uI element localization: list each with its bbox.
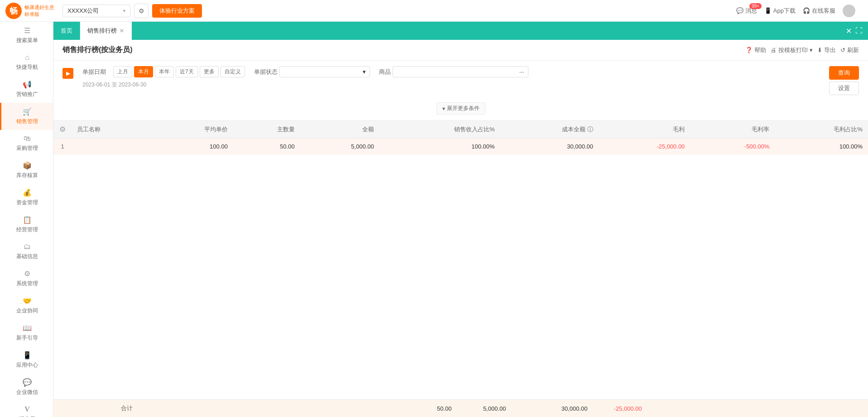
date-more-btn[interactable]: 更多 bbox=[200, 66, 219, 77]
query-button[interactable]: 查询 bbox=[829, 66, 859, 80]
print-chevron-icon: ▾ bbox=[810, 47, 813, 53]
sales-icon: 🛒 bbox=[23, 107, 32, 116]
guide-icon: 📖 bbox=[23, 324, 32, 332]
page-actions: ❓ 帮助 🖨 按模板打印 ▾ ⬇ 导出 ↺ 刷新 bbox=[745, 46, 859, 54]
sidebar-item-enterprise[interactable]: 🤝 企业协同 bbox=[0, 292, 53, 319]
footer-cost: 30,000.00 bbox=[542, 405, 588, 412]
home-icon: ⌂ bbox=[25, 53, 29, 62]
footer-gross: -25,000.00 bbox=[597, 405, 642, 412]
avatar[interactable] bbox=[843, 5, 855, 17]
goods-more-icon: ··· bbox=[519, 68, 524, 75]
logo-text: 畅康通好生意 标准版 bbox=[24, 4, 54, 17]
sidebar-item-wechat[interactable]: 💬 企业微信 bbox=[0, 374, 53, 401]
basic-info-icon: 🗂 bbox=[24, 243, 31, 251]
setting-button[interactable]: 设置 bbox=[829, 81, 859, 95]
top-bar: 畅 畅康通好生意 标准版 XXXXX公司 ▾ ⚙ 体验行业方案 💬 消息 99+… bbox=[0, 0, 868, 22]
sidebar-item-purchase[interactable]: 🛍 采购管理 bbox=[0, 130, 53, 157]
col-qty: 主数量 bbox=[233, 120, 300, 139]
col-name: 员工名称 bbox=[72, 120, 152, 139]
date-prev-month-btn[interactable]: 上月 bbox=[113, 66, 132, 77]
system-icon: ⚙ bbox=[24, 269, 30, 278]
tab-close-window-btn[interactable]: ✕ bbox=[846, 27, 852, 35]
table-header-row: ⚙ 员工名称 平均单价 主数量 全额 销售收入占比% 成本全额 ⓘ 毛利 毛利率… bbox=[53, 120, 868, 139]
message-icon: 💬 bbox=[736, 7, 743, 14]
date-custom-btn[interactable]: 自定义 bbox=[221, 66, 245, 77]
col-sales-pct: 销售收入占比% bbox=[379, 120, 500, 139]
date-filter-row: 单据日期 上月 本月 本年 近7天 更多 自定义 bbox=[82, 66, 245, 77]
date-buttons: 上月 本月 本年 近7天 更多 自定义 bbox=[113, 66, 245, 77]
date-curr-year-btn[interactable]: 本年 bbox=[155, 66, 174, 77]
logo-area: 畅 畅康通好生意 标准版 bbox=[5, 3, 59, 19]
trial-button[interactable]: 体验行业方案 bbox=[152, 4, 202, 18]
goods-filter-group: 商品 ··· bbox=[379, 66, 528, 77]
status-chevron-icon: ▾ bbox=[363, 68, 366, 75]
col-amount: 全额 bbox=[300, 120, 379, 139]
help-button[interactable]: ❓ 帮助 bbox=[745, 46, 766, 54]
tab-close-icon[interactable]: ✕ bbox=[120, 28, 124, 34]
footer-qty: 50.00 bbox=[416, 405, 452, 412]
goods-select[interactable]: ··· bbox=[393, 66, 528, 77]
enterprise-icon: 🤝 bbox=[23, 297, 32, 305]
footer-label: 合计 bbox=[59, 404, 195, 412]
refresh-button[interactable]: ↺ 刷新 bbox=[840, 46, 859, 54]
date-range-display: 2023-06-01 至 2023-06-30 bbox=[82, 81, 245, 89]
col-cost: 成本全额 ⓘ bbox=[500, 120, 599, 139]
sidebar-item-search-order[interactable]: ☰ 搜索菜单 bbox=[0, 22, 53, 49]
apps-icon: 📱 bbox=[23, 351, 32, 359]
question-icon: ❓ bbox=[745, 47, 753, 53]
sidebar-item-apps[interactable]: 📱 应用中心 bbox=[0, 346, 53, 374]
marketing-icon: 📢 bbox=[23, 80, 32, 89]
sidebar: ☰ 搜索菜单 ⌂ 快捷导航 📢 营销推广 🛒 销售管理 🛍 采购管理 📦 库存核… bbox=[0, 22, 53, 417]
message-button[interactable]: 💬 消息 99+ bbox=[736, 7, 757, 15]
headset-icon: 🎧 bbox=[803, 7, 810, 14]
filter-actions: 查询 设置 bbox=[829, 66, 859, 95]
tab-home[interactable]: 首页 bbox=[53, 22, 80, 40]
tab-expand-btn[interactable]: ⛶ bbox=[855, 27, 863, 35]
company-selector[interactable]: XXXXX公司 ▾ bbox=[62, 5, 130, 17]
sidebar-item-guide[interactable]: 📖 新手引导 bbox=[0, 319, 53, 346]
expand-icon: ▾ bbox=[442, 105, 445, 112]
status-select[interactable]: ▾ bbox=[279, 66, 370, 77]
sidebar-item-system[interactable]: ⚙ 系统管理 bbox=[0, 265, 53, 292]
tab-window-actions: ✕ ⛶ bbox=[840, 27, 868, 35]
company-name: XXXXX公司 bbox=[67, 7, 121, 15]
settings-button[interactable]: ⚙ bbox=[134, 4, 149, 18]
col-settings[interactable]: ⚙ bbox=[53, 120, 72, 139]
tab-bar: 首页 销售排行榜 ✕ ✕ ⛶ bbox=[53, 22, 868, 40]
online-service-button[interactable]: 🎧 在线客服 bbox=[803, 7, 835, 15]
page-header: 销售排行榜(按业务员) ❓ 帮助 🖨 按模板打印 ▾ ⬇ 导出 bbox=[53, 40, 868, 61]
search-icon: ☰ bbox=[24, 26, 30, 35]
top-right-actions: 💬 消息 99+ 📱 App下载 🎧 在线客服 bbox=[736, 5, 863, 17]
member-icon: V bbox=[24, 405, 30, 413]
filter-bar: ▶ 单据日期 上月 本月 本年 近7天 更多 自定义 bbox=[53, 61, 868, 120]
sidebar-item-quick-nav[interactable]: ⌂ 快捷导航 bbox=[0, 49, 53, 76]
date-7days-btn[interactable]: 近7天 bbox=[176, 66, 198, 77]
chevron-down-icon: ▾ bbox=[123, 8, 125, 13]
col-gross-rate: 毛利率 bbox=[690, 120, 775, 139]
sidebar-item-member[interactable]: V 畅会员 bbox=[0, 401, 53, 417]
expand-more-btn[interactable]: ▾ 展开更多条件 bbox=[436, 102, 485, 115]
export-icon: ⬇ bbox=[817, 47, 822, 53]
logo-icon: 畅 bbox=[5, 3, 22, 19]
date-filter-group: 单据日期 上月 本月 本年 近7天 更多 自定义 2023-06-01 至 20… bbox=[82, 66, 245, 89]
filter-toggle-btn[interactable]: ▶ bbox=[62, 68, 73, 79]
message-badge: 99+ bbox=[749, 3, 762, 9]
sidebar-item-finance[interactable]: 💰 资金管理 bbox=[0, 184, 53, 211]
sidebar-item-basic-info[interactable]: 🗂 基础信息 bbox=[0, 238, 53, 265]
data-table: ⚙ 员工名称 平均单价 主数量 全额 销售收入占比% 成本全额 ⓘ 毛利 毛利率… bbox=[53, 120, 868, 399]
template-print-button[interactable]: 🖨 按模板打印 ▾ bbox=[771, 46, 813, 54]
sidebar-item-sales[interactable]: 🛒 销售管理 bbox=[0, 103, 53, 130]
date-filter-label: 单据日期 bbox=[82, 68, 106, 76]
sidebar-item-operations[interactable]: 📋 经营管理 bbox=[0, 211, 53, 238]
phone-icon: 📱 bbox=[764, 7, 772, 14]
sidebar-item-marketing[interactable]: 📢 营销推广 bbox=[0, 76, 53, 103]
date-curr-month-btn[interactable]: 本月 bbox=[134, 66, 153, 77]
app-download-button[interactable]: 📱 App下载 bbox=[764, 7, 796, 15]
status-filter-label: 单据状态 bbox=[254, 68, 278, 76]
tab-sales-ranking[interactable]: 销售排行榜 ✕ bbox=[80, 22, 132, 40]
status-filter-group: 单据状态 ▾ bbox=[254, 66, 370, 77]
refresh-icon: ↺ bbox=[840, 47, 845, 53]
main-layout: ☰ 搜索菜单 ⌂ 快捷导航 📢 营销推广 🛒 销售管理 🛍 采购管理 📦 库存核… bbox=[0, 22, 868, 417]
export-button[interactable]: ⬇ 导出 bbox=[817, 46, 836, 54]
sidebar-item-inventory[interactable]: 📦 库存核算 bbox=[0, 157, 53, 184]
